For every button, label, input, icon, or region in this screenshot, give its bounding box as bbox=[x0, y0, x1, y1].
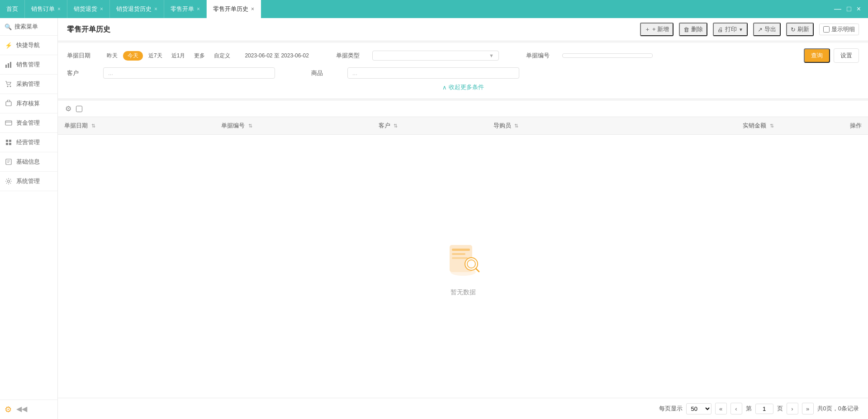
svg-rect-0 bbox=[5, 65, 7, 68]
page-title: 零售开单历史 bbox=[67, 25, 110, 34]
close-tab-sales-return[interactable]: × bbox=[100, 6, 103, 12]
per-page-select[interactable]: 50 10 20 100 bbox=[686, 403, 711, 414]
col-actual-amount[interactable]: 实销金额 ⇅ bbox=[623, 117, 780, 135]
print-icon: 🖨 bbox=[717, 26, 723, 33]
table-area: ⚙ 单据日期 ⇅ 单据编号 ⇅ 客户 bbox=[58, 101, 868, 398]
date-btn-custom[interactable]: 自定义 bbox=[210, 51, 234, 61]
date-btn-more[interactable]: 更多 bbox=[190, 51, 209, 61]
export-button[interactable]: ↗ 导出 bbox=[753, 23, 781, 36]
page-header: 零售开单历史 ＋ + 新增 🗑 删除 🖨 打印 ▼ ↗ 导出 bbox=[58, 18, 868, 41]
svg-rect-11 bbox=[6, 159, 11, 165]
sidebar-item-finance[interactable]: 资金管理 bbox=[0, 113, 57, 133]
sidebar-collapse-icon[interactable]: ◀◀ bbox=[16, 405, 27, 414]
svg-point-12 bbox=[8, 180, 10, 183]
tab-sales-return-history[interactable]: 销货退货历史 × bbox=[110, 0, 164, 18]
customer-placeholder: ... bbox=[108, 70, 113, 76]
query-button[interactable]: 查询 bbox=[804, 48, 830, 63]
table-toolbar: ⚙ bbox=[58, 101, 868, 117]
sidebar-item-quick-nav[interactable]: ⚡ 快捷导航 bbox=[0, 36, 57, 55]
tab-retail-open[interactable]: 零售开单 × bbox=[164, 0, 207, 18]
date-btn-yesterday[interactable]: 昨天 bbox=[103, 51, 121, 61]
sidebar-search[interactable]: 🔍 搜索菜单 bbox=[0, 18, 57, 36]
sidebar-item-sys-mgmt[interactable]: 系统管理 bbox=[0, 172, 57, 191]
type-select[interactable]: ▼ bbox=[372, 51, 499, 61]
table-gear-icon[interactable]: ⚙ bbox=[65, 104, 71, 113]
sidebar-item-purchase-mgmt[interactable]: 采购管理 bbox=[0, 75, 57, 94]
empty-state: 暂无数据 bbox=[58, 135, 868, 398]
first-page-btn[interactable]: « bbox=[715, 403, 727, 414]
sidebar-settings-icon[interactable]: ⚙ bbox=[5, 405, 12, 414]
collapse-more-btn[interactable]: ∧ 收起更多条件 bbox=[442, 83, 484, 91]
collapse-icon: ∧ bbox=[442, 84, 447, 91]
empty-text: 暂无数据 bbox=[451, 288, 476, 297]
order-no-input[interactable] bbox=[562, 53, 653, 58]
main-layout: 🔍 搜索菜单 ⚡ 快捷导航 销售管理 采购管理 库存核算 bbox=[0, 18, 868, 419]
svg-rect-8 bbox=[9, 140, 11, 142]
page-number-input[interactable] bbox=[755, 404, 773, 414]
tab-sales-return[interactable]: 销货退货 × bbox=[67, 0, 110, 18]
window-min-btn[interactable]: — bbox=[834, 5, 841, 13]
order-no-label: 单据编号 bbox=[526, 52, 553, 60]
svg-point-4 bbox=[10, 86, 11, 87]
print-button[interactable]: 🖨 打印 ▼ bbox=[713, 23, 748, 36]
window-restore-btn[interactable]: □ bbox=[847, 5, 851, 13]
tab-sales-order[interactable]: 销售订单 × bbox=[25, 0, 67, 18]
product-input[interactable]: ... bbox=[347, 67, 519, 79]
date-btn-last7[interactable]: 近7天 bbox=[145, 51, 166, 61]
print-dropdown-icon: ▼ bbox=[739, 27, 743, 32]
last-page-btn[interactable]: » bbox=[802, 403, 814, 414]
svg-rect-2 bbox=[10, 62, 11, 68]
window-close-btn[interactable]: × bbox=[857, 5, 861, 13]
empty-icon bbox=[441, 236, 486, 281]
display-detail-toggle[interactable]: 显示明细 bbox=[819, 24, 859, 35]
col-customer[interactable]: 客户 ⇅ bbox=[372, 117, 487, 135]
type-label: 单据类型 bbox=[336, 52, 363, 60]
search-icon: 🔍 bbox=[5, 24, 12, 30]
delete-button[interactable]: 🗑 删除 bbox=[679, 23, 707, 36]
purchase-mgmt-icon bbox=[5, 80, 13, 88]
refresh-button[interactable]: ↻ 刷新 bbox=[786, 23, 814, 36]
date-btn-today[interactable]: 今天 bbox=[123, 51, 143, 61]
col-date[interactable]: 单据日期 ⇅ bbox=[58, 117, 215, 135]
select-all-checkbox[interactable] bbox=[76, 106, 82, 112]
tab-retail-open-history[interactable]: 零售开单历史 × bbox=[207, 0, 261, 18]
svg-rect-10 bbox=[9, 143, 11, 145]
sort-date-icon: ⇅ bbox=[91, 123, 95, 128]
top-bar: 首页 销售订单 × 销货退货 × 销货退货历史 × 零售开单 × 零售开单历史 … bbox=[0, 0, 868, 18]
prev-page-btn[interactable]: ‹ bbox=[730, 403, 742, 414]
tab-home[interactable]: 首页 bbox=[0, 0, 25, 18]
customer-input[interactable]: ... bbox=[103, 67, 275, 79]
sidebar-item-base-info[interactable]: 基础信息 bbox=[0, 152, 57, 172]
pagination: 每页显示 50 10 20 100 « ‹ 第 页 › » 共0页，0条记录 bbox=[58, 398, 868, 419]
svg-rect-6 bbox=[5, 121, 12, 125]
col-salesperson[interactable]: 导购员 ⇅ bbox=[487, 117, 623, 135]
operations-icon bbox=[5, 138, 13, 146]
close-tab-retail-open[interactable]: × bbox=[197, 6, 200, 12]
display-detail-checkbox[interactable] bbox=[823, 26, 830, 33]
svg-line-20 bbox=[476, 268, 479, 272]
close-tab-sales-order[interactable]: × bbox=[57, 6, 61, 12]
close-tab-retail-open-history[interactable]: × bbox=[251, 6, 254, 12]
svg-point-3 bbox=[7, 86, 9, 87]
sidebar-item-operations[interactable]: 经营管理 bbox=[0, 133, 57, 152]
col-order-no[interactable]: 单据编号 ⇅ bbox=[215, 117, 372, 135]
add-button[interactable]: ＋ + 新增 bbox=[640, 23, 674, 36]
sort-order-no-icon: ⇅ bbox=[248, 123, 252, 128]
plus-icon: ＋ bbox=[645, 25, 650, 33]
date-btn-last1m[interactable]: 近1月 bbox=[168, 51, 189, 61]
sidebar-item-sales-mgmt[interactable]: 销售管理 bbox=[0, 55, 57, 75]
filter-area: 单据日期 昨天 今天 近7天 近1月 更多 自定义 2023-06-02 至 2… bbox=[58, 43, 868, 99]
sort-customer-icon: ⇅ bbox=[394, 123, 398, 128]
page-unit: 页 bbox=[777, 405, 783, 413]
sidebar-item-inventory[interactable]: 库存核算 bbox=[0, 94, 57, 113]
refresh-icon: ↻ bbox=[791, 26, 796, 33]
page-label: 第 bbox=[746, 405, 752, 413]
settings-button[interactable]: 设置 bbox=[834, 48, 859, 63]
export-icon: ↗ bbox=[758, 26, 763, 33]
sales-mgmt-icon bbox=[5, 61, 13, 69]
type-dropdown-icon: ▼ bbox=[489, 53, 494, 58]
next-page-btn[interactable]: › bbox=[787, 403, 798, 414]
close-tab-sales-return-history[interactable]: × bbox=[154, 6, 157, 12]
col-operation: 操作 bbox=[780, 117, 868, 135]
sort-amount-icon: ⇅ bbox=[770, 123, 774, 128]
